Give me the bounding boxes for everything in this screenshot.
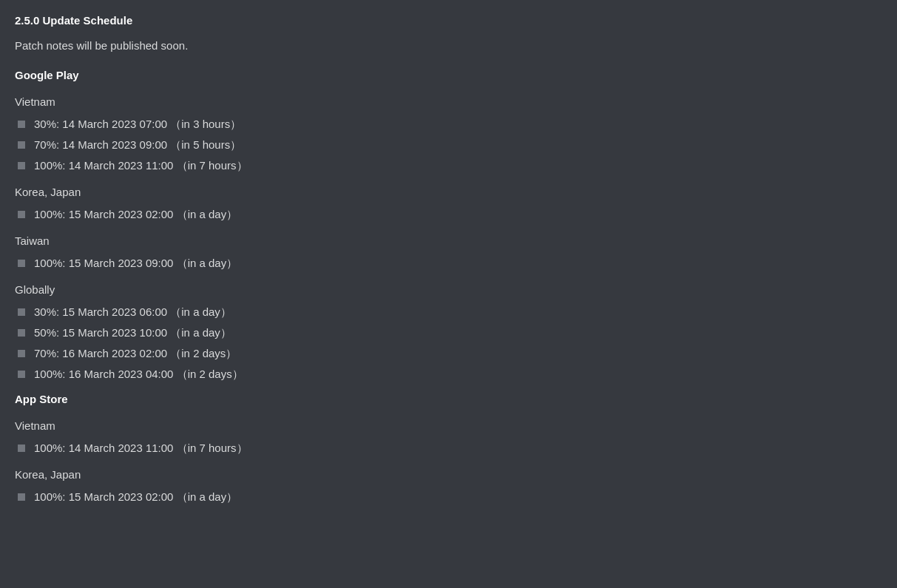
page-title: 2.5.0 Update Schedule [15,12,882,30]
schedule-text: 100%: 14 March 2023 11:00 （in 7 hours） [34,157,248,175]
bullet-icon [18,260,25,267]
schedule-item: 100%: 15 March 2023 02:00 （in a day） [15,206,882,223]
schedule-item: 100%: 16 March 2023 04:00 （in 2 days） [15,365,882,383]
platform-title-app-store: App Store [15,391,882,408]
schedule-list-globally: 30%: 15 March 2023 06:00 （in a day）50%: … [15,303,882,383]
schedule-text: 100%: 15 March 2023 02:00 （in a day） [34,488,237,506]
schedule-item: 100%: 14 March 2023 11:00 （in 7 hours） [15,157,882,175]
bullet-icon [18,121,25,128]
region-title-taiwan: Taiwan [15,232,882,250]
platforms-container: Google PlayVietnam30%: 14 March 2023 07:… [15,67,882,506]
bullet-icon [18,141,25,149]
schedule-item: 70%: 14 March 2023 09:00 （in 5 hours） [15,136,882,154]
patch-note: Patch notes will be published soon. [15,37,882,55]
bullet-icon [18,445,25,452]
region-title-globally: Globally [15,281,882,299]
schedule-text: 50%: 15 March 2023 10:00 （in a day） [34,324,231,342]
platform-google-play: Google PlayVietnam30%: 14 March 2023 07:… [15,67,882,383]
region-title-vietnam: Vietnam [15,93,882,111]
schedule-text: 100%: 16 March 2023 04:00 （in 2 days） [34,365,243,383]
region-title-vietnam-as: Vietnam [15,417,882,435]
bullet-icon [18,371,25,378]
schedule-list-taiwan: 100%: 15 March 2023 09:00 （in a day） [15,254,882,272]
schedule-text: 30%: 14 March 2023 07:00 （in 3 hours） [34,115,241,133]
bullet-icon [18,211,25,218]
schedule-text: 100%: 15 March 2023 09:00 （in a day） [34,254,237,272]
schedule-text: 30%: 15 March 2023 06:00 （in a day） [34,303,231,321]
bullet-icon [18,350,25,357]
schedule-list-vietnam-as: 100%: 14 March 2023 11:00 （in 7 hours） [15,439,882,457]
schedule-item: 100%: 14 March 2023 11:00 （in 7 hours） [15,439,882,457]
schedule-item: 30%: 14 March 2023 07:00 （in 3 hours） [15,115,882,133]
schedule-item: 100%: 15 March 2023 02:00 （in a day） [15,488,882,506]
bullet-icon [18,493,25,501]
schedule-text: 70%: 16 March 2023 02:00 （in 2 days） [34,345,237,362]
region-title-korea-japan: Korea, Japan [15,183,882,201]
region-title-korea-japan-as: Korea, Japan [15,466,882,484]
schedule-item: 50%: 15 March 2023 10:00 （in a day） [15,324,882,342]
schedule-text: 100%: 14 March 2023 11:00 （in 7 hours） [34,439,248,457]
schedule-text: 100%: 15 March 2023 02:00 （in a day） [34,206,237,223]
platform-title-google-play: Google Play [15,67,882,84]
schedule-item: 30%: 15 March 2023 06:00 （in a day） [15,303,882,321]
schedule-item: 100%: 15 March 2023 09:00 （in a day） [15,254,882,272]
schedule-item: 70%: 16 March 2023 02:00 （in 2 days） [15,345,882,362]
schedule-text: 70%: 14 March 2023 09:00 （in 5 hours） [34,136,241,154]
page-container: 2.5.0 Update Schedule Patch notes will b… [15,12,882,506]
schedule-list-korea-japan-as: 100%: 15 March 2023 02:00 （in a day） [15,488,882,506]
bullet-icon [18,329,25,337]
platform-app-store: App StoreVietnam100%: 14 March 2023 11:0… [15,391,882,506]
bullet-icon [18,308,25,316]
schedule-list-korea-japan: 100%: 15 March 2023 02:00 （in a day） [15,206,882,223]
bullet-icon [18,162,25,169]
schedule-list-vietnam: 30%: 14 March 2023 07:00 （in 3 hours）70%… [15,115,882,175]
